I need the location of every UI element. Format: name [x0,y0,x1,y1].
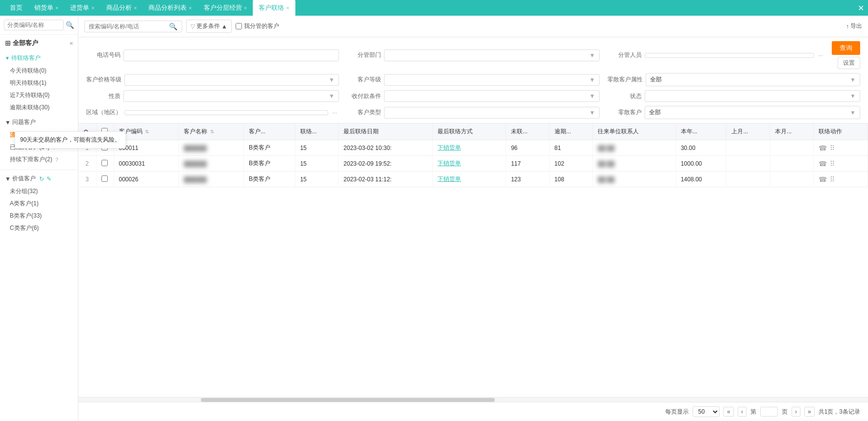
th-last-month: 上月... [726,124,770,140]
retail-customer-arrow: ▼ [850,109,856,116]
filter-select-retail-customer[interactable]: 全部 ▼ [645,106,860,119]
sidebar-collapse-icon[interactable]: « [70,40,73,47]
action-phone-icon[interactable]: ☎ [819,175,827,183]
sidebar-group-problem-title[interactable]: ▼ 问题客户 [0,116,78,129]
more-filter-btn[interactable]: ▽ 更多条件 ▲ [186,20,232,33]
filter-select-customer-type[interactable]: ▼ [384,107,600,119]
query-btn[interactable]: 查询 [832,41,860,55]
filter-label-phone: 电话号码 [86,51,121,59]
my-customer-check[interactable]: 我分管的客户 [236,22,279,30]
action-more-icon[interactable]: ⠿ [830,144,835,152]
row-this-year: 1000.00 [675,156,726,172]
name-sort-icon[interactable]: ⇅ [210,129,214,134]
export-btn[interactable]: ↑ 导出 [846,22,862,30]
nav-tab-goods-analysis-list[interactable]: 商品分析列表 × [143,0,197,16]
horizontal-scrollbar[interactable] [78,397,868,402]
nav-tab-customer-contact[interactable]: 客户联络 × [253,0,295,16]
filter-select-payment[interactable]: ▼ [384,90,600,102]
action-more-icon[interactable]: ⠿ [830,175,835,183]
close-goods-analysis-tab[interactable]: × [134,5,137,11]
sidebar-item-ungrouped[interactable]: 未分组(32) [0,185,78,198]
filter-select-region[interactable] [124,110,328,115]
row-last-date: 2023-03-02 10:30: [338,140,433,156]
close-all-btn[interactable]: ✕ [858,3,864,13]
nav-tab-goods-analysis[interactable]: 商品分析 × [100,0,143,16]
sidebar-item-class-c[interactable]: C类客户(6) [0,222,78,234]
code-sort-icon[interactable]: ⇅ [145,129,149,134]
filter-select-price-grade[interactable]: ▼ [124,74,339,86]
action-more-icon[interactable]: ⠿ [830,160,835,168]
sidebar-group-pending-title[interactable]: ▼ 待联络客户 [0,51,78,65]
goods-analysis-list-tab-label: 商品分析列表 [148,3,187,12]
row-overdue: 81 [549,140,593,156]
search-input[interactable] [89,23,167,30]
sidebar-search-input[interactable] [4,20,64,30]
customer-type-arrow: ▼ [589,109,595,116]
settings-btn[interactable]: 设置 [838,57,860,69]
row-checkbox-cell[interactable] [96,156,114,172]
sidebar-item-tomorrow[interactable]: 明天待联络(1) [0,77,78,89]
filter-row-retail-attr: 零散客户属性 全部 ▼ [607,73,860,86]
action-phone-icon[interactable]: ☎ [819,144,827,152]
row-checkbox[interactable] [101,175,108,182]
row-name: ██████ [179,140,244,156]
filter-input-phone[interactable] [123,50,339,61]
current-page-input[interactable]: 1 [760,407,778,417]
per-page-select[interactable]: 50 100 200 [693,406,720,417]
my-customer-checkbox[interactable] [236,23,242,29]
person-more-dots[interactable]: ··· [816,52,825,59]
close-purchase-tab[interactable]: × [91,5,94,11]
help-icon-2: ? [55,157,58,163]
sidebar-search-icon[interactable]: 🔍 [66,21,74,29]
sidebar-group-value-title[interactable]: ▼ 价值客户 ↻ ✎ [0,172,78,185]
close-goods-analysis-list-tab[interactable]: × [189,5,192,11]
th-contact: 联络... [295,124,338,140]
region-more-dots[interactable]: ··· [330,109,339,116]
prev-page-btn[interactable]: ‹ [738,407,747,417]
search-input-wrap: 🔍 [84,21,182,32]
row-type: B类客户 [243,172,295,187]
filter-select-person[interactable] [645,53,814,58]
sidebar-item-overdue-contact[interactable]: 逾期未联络(30) [0,101,78,114]
tooltip-box: 90天未交易的客户，可能有流失风险。 [15,131,78,149]
sidebar-item-7days[interactable]: 近7天待联络(0) [0,89,78,101]
row-last-month [726,140,770,156]
action-phone-icon[interactable]: ☎ [819,160,827,168]
nav-tab-customer-layer[interactable]: 客户分层经营 × [198,0,253,16]
my-customer-label: 我分管的客户 [244,22,279,30]
close-sales-tab[interactable]: × [55,5,58,11]
close-customer-contact-tab[interactable]: × [286,5,289,11]
filter-select-customer-grade[interactable]: ▼ [384,74,600,86]
filter-select-status[interactable]: ▼ [645,90,860,102]
row-index: 2 [78,156,96,172]
search-icon-btn[interactable]: 🔍 [169,23,177,30]
nav-tab-sales[interactable]: 销货单 × [28,0,64,16]
sidebar-item-class-a[interactable]: A类客户(1) [0,198,78,210]
sidebar-item-class-b[interactable]: B类客户(33) [0,210,78,222]
row-last-method[interactable]: 下销货单 [433,172,506,187]
sidebar-item-today[interactable]: 今天待联络(0) [0,65,78,77]
row-checkbox-cell[interactable] [96,172,114,187]
row-last-method[interactable]: 下销货单 [433,156,506,172]
last-page-btn[interactable]: » [804,407,815,417]
row-checkbox[interactable] [101,160,108,166]
row-last-date: 2023-02-09 19:52: [338,156,433,172]
sidebar-item-declining[interactable]: 持续下滑客户(2) ? [0,153,78,166]
scroll-thumb[interactable] [201,398,495,402]
nav-tab-purchase[interactable]: 进货单 × [64,0,100,16]
row-code: 000026 [114,172,179,187]
filter-select-nature[interactable]: ▼ [123,90,339,102]
export-icon: ↑ [846,23,849,30]
edit-icon[interactable]: ✎ [47,175,51,182]
next-page-btn[interactable]: › [792,407,800,417]
first-page-btn[interactable]: « [723,407,734,417]
row-person: ██ ██ [593,140,675,156]
row-last-month [726,172,770,187]
filter-select-dept[interactable]: ▼ [384,50,600,61]
row-last-method[interactable]: 下销货单 [433,140,506,156]
close-customer-layer-tab[interactable]: × [244,5,247,11]
filter-select-retail-attr[interactable]: 全部 ▼ [646,73,860,86]
sidebar-all-customers[interactable]: ⊞ 全部客户 « [0,35,78,51]
refresh-icon[interactable]: ↻ [39,175,44,182]
nav-tab-home[interactable]: 首页 [4,0,28,16]
